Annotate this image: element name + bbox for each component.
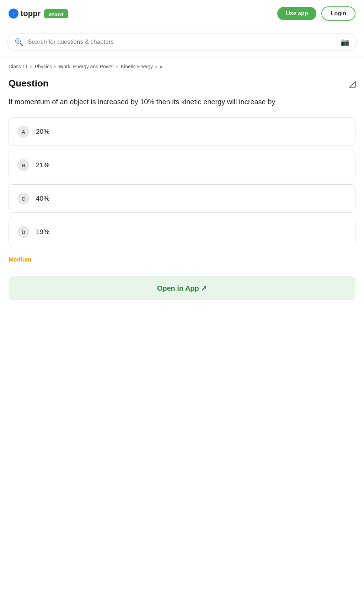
- option-c-badge: C: [17, 193, 30, 205]
- option-d-badge: D: [17, 226, 30, 238]
- question-header: Question ◿: [9, 78, 355, 89]
- question-section: Question ◿ If momentum of an object is i…: [0, 72, 364, 276]
- search-icon: 🔍: [15, 38, 23, 46]
- option-a-card[interactable]: A 20%: [9, 117, 355, 146]
- breadcrumb-more[interactable]: »...: [160, 64, 166, 69]
- breadcrumb-physics[interactable]: Physics: [35, 64, 52, 69]
- breadcrumb-kinetic-energy[interactable]: Kinetic Energy: [121, 64, 153, 69]
- option-b-card[interactable]: B 21%: [9, 151, 355, 179]
- toppr-icon: ↑: [9, 9, 18, 19]
- breadcrumb-work-energy[interactable]: Work, Energy and Power: [59, 64, 114, 69]
- option-a-badge: A: [17, 126, 30, 138]
- option-b-badge: B: [17, 159, 30, 171]
- open-app-container: Open in App ↗: [0, 276, 364, 315]
- options-container: A 20% B 21% C 40% D 19%: [9, 117, 355, 246]
- breadcrumb: Class 11 » Physics » Work, Energy and Po…: [9, 64, 355, 69]
- breadcrumb-sep-2: »: [54, 64, 57, 69]
- header: ↑ toppr answr Use app Login: [0, 0, 364, 27]
- camera-icon[interactable]: 📷: [341, 38, 349, 46]
- open-in-app-button[interactable]: Open in App ↗: [9, 276, 355, 300]
- toppr-logo-text: toppr: [21, 9, 41, 18]
- option-d-text: 19%: [36, 228, 49, 236]
- breadcrumb-sep-3: »: [116, 64, 119, 69]
- option-a-text: 20%: [36, 128, 49, 136]
- breadcrumb-sep-4: »: [155, 64, 157, 69]
- answr-badge: answr: [44, 9, 68, 18]
- option-b-text: 21%: [36, 161, 49, 169]
- difficulty-label: Medium: [9, 256, 355, 263]
- question-title: Question: [9, 78, 49, 89]
- search-bar: 🔍 📷: [7, 33, 357, 51]
- breadcrumb-class11[interactable]: Class 11: [9, 64, 28, 69]
- search-container: 🔍 📷: [0, 27, 364, 57]
- question-text: If momentum of an object is increased by…: [9, 96, 355, 107]
- bookmark-icon[interactable]: ◿: [349, 79, 355, 89]
- login-button[interactable]: Login: [321, 6, 355, 21]
- option-c-card[interactable]: C 40%: [9, 184, 355, 213]
- breadcrumb-sep-1: »: [30, 64, 32, 69]
- option-d-card[interactable]: D 19%: [9, 218, 355, 246]
- breadcrumb-container: Class 11 » Physics » Work, Energy and Po…: [0, 57, 364, 72]
- option-c-text: 40%: [36, 195, 49, 202]
- header-left: ↑ toppr answr: [9, 9, 68, 19]
- toppr-logo: ↑ toppr: [9, 9, 41, 19]
- search-input[interactable]: [28, 38, 336, 46]
- header-right: Use app Login: [277, 6, 355, 21]
- use-app-button[interactable]: Use app: [277, 7, 316, 20]
